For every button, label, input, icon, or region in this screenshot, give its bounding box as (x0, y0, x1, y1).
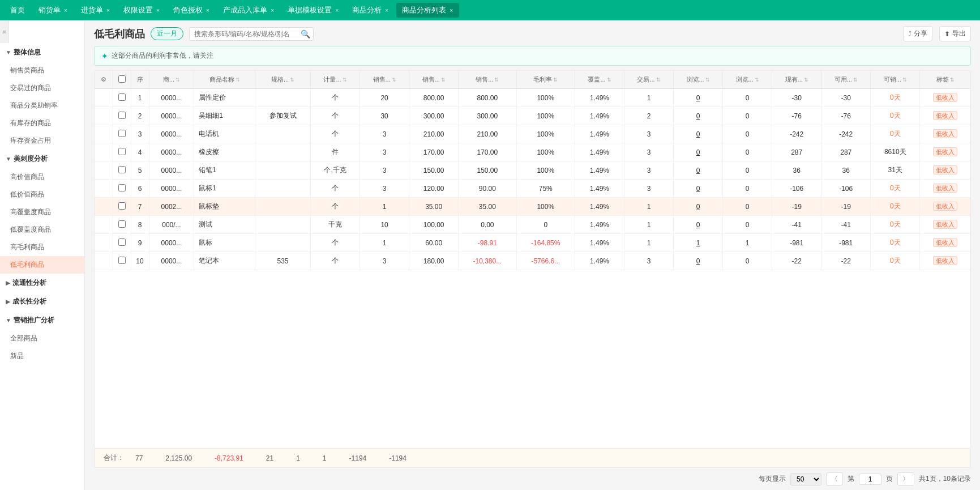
row-checkbox[interactable] (113, 252, 131, 270)
sidebar-group-overall[interactable]: ▼ 整体信息 (0, 43, 84, 62)
nav-home[interactable]: 首页 (5, 3, 31, 18)
row-name[interactable]: 橡皮擦 (194, 143, 255, 161)
col-header-current[interactable]: 现有... ⇅ (772, 71, 821, 89)
sidebar-item-high-margin[interactable]: 高毛利商品 (0, 238, 84, 256)
row-checkbox[interactable] (113, 107, 131, 125)
nav-close-analysis-list[interactable]: × (450, 7, 453, 14)
row-checkbox[interactable] (113, 198, 131, 216)
row-browse1[interactable]: 0 (674, 89, 723, 107)
col-header-tag[interactable]: 标签 ⇅ (920, 71, 970, 89)
search-input[interactable] (189, 27, 314, 41)
row-browse1[interactable]: 0 (674, 216, 723, 234)
sidebar-item-high-value[interactable]: 高价值商品 (0, 168, 84, 186)
col-header-sellable[interactable]: 可销... ⇅ (871, 71, 920, 89)
sidebar-group-beauty[interactable]: ▼ 美刺度分析 (0, 150, 84, 168)
col-header-unit[interactable]: 计量... ⇅ (311, 71, 360, 89)
nav-close-purchase[interactable]: × (106, 7, 110, 14)
row-check-4[interactable] (118, 166, 126, 173)
row-checkbox[interactable] (113, 89, 131, 107)
row-browse1[interactable]: 1 (674, 234, 723, 252)
row-check-6[interactable] (118, 202, 126, 210)
col-header-coverage[interactable]: 覆盖... ⇅ (575, 71, 624, 89)
sidebar-item-new-goods[interactable]: 新品 (0, 347, 84, 365)
sidebar-item-low-coverage[interactable]: 低覆盖度商品 (0, 221, 84, 238)
sidebar-group-marketing[interactable]: ▼ 营销推广分析 (0, 311, 84, 330)
row-name[interactable]: 吴细细1 (194, 107, 255, 125)
export-button[interactable]: ⬆ 导出 (939, 26, 971, 41)
col-header-gross-margin[interactable]: 毛利率 ⇅ (516, 71, 575, 89)
sidebar-item-in-stock[interactable]: 有库存的商品 (0, 114, 84, 132)
row-name[interactable]: 属性定价 (194, 89, 255, 107)
col-header-name[interactable]: 商品名称 ⇅ (194, 71, 255, 89)
search-icon[interactable]: 🔍 (301, 29, 310, 39)
row-check-7[interactable] (118, 220, 126, 228)
row-check-9[interactable] (118, 257, 126, 264)
nav-purchase[interactable]: 进货单 × (75, 3, 115, 18)
nav-close-template[interactable]: × (335, 7, 339, 14)
nav-roles[interactable]: 角色授权 × (168, 3, 215, 18)
sidebar-item-traded-goods[interactable]: 交易过的商品 (0, 79, 84, 97)
col-header-code[interactable]: 商... ⇅ (149, 71, 194, 89)
row-checkbox[interactable] (113, 216, 131, 234)
row-browse1[interactable]: 0 (674, 143, 723, 161)
sidebar-group-flow[interactable]: ▶ 流通性分析 (0, 274, 84, 292)
prev-page-btn[interactable]: 〈 (826, 472, 843, 485)
row-check-8[interactable] (118, 238, 126, 246)
select-all-checkbox[interactable] (118, 75, 126, 83)
row-name[interactable]: 电话机 (194, 125, 255, 143)
nav-close-roles[interactable]: × (206, 7, 209, 14)
row-browse1[interactable]: 0 (674, 180, 723, 198)
next-page-btn[interactable]: 〉 (897, 472, 914, 485)
share-button[interactable]: ⤴ 分享 (903, 26, 932, 41)
filter-button[interactable]: 近一月 (151, 27, 183, 40)
nav-close-analysis[interactable]: × (385, 7, 388, 14)
row-checkbox[interactable] (113, 234, 131, 252)
row-browse1[interactable]: 0 (674, 198, 723, 216)
page-size-select[interactable]: 50 100 200 (790, 473, 821, 485)
row-name[interactable]: 铅笔1 (194, 161, 255, 180)
row-check-0[interactable] (118, 93, 126, 101)
col-header-browse1[interactable]: 浏览... ⇅ (674, 71, 723, 89)
col-header-browse2[interactable]: 浏览... ⇅ (723, 71, 772, 89)
row-check-2[interactable] (118, 130, 126, 137)
row-browse1[interactable]: 0 (674, 252, 723, 270)
sidebar-item-all-goods[interactable]: 全部商品 (0, 330, 84, 347)
settings-col-header[interactable]: ⚙ (95, 71, 113, 89)
col-header-sales-qty[interactable]: 销售... ⇅ (360, 71, 409, 89)
nav-close-permissions[interactable]: × (156, 7, 160, 14)
sidebar-collapse-btn[interactable]: « (0, 20, 9, 43)
nav-close-warehouse[interactable]: × (271, 7, 274, 14)
nav-sales[interactable]: 销货单 × (33, 3, 73, 18)
row-checkbox[interactable] (113, 125, 131, 143)
sidebar-group-growth[interactable]: ▶ 成长性分析 (0, 292, 84, 311)
nav-permissions[interactable]: 权限设置 × (118, 3, 165, 18)
nav-analysis[interactable]: 商品分析 × (346, 3, 394, 18)
row-check-3[interactable] (118, 148, 126, 155)
row-name[interactable]: 鼠标1 (194, 180, 255, 198)
row-checkbox[interactable] (113, 143, 131, 161)
row-check-1[interactable] (118, 112, 126, 119)
col-header-transaction[interactable]: 交易... ⇅ (624, 71, 674, 89)
row-checkbox[interactable] (113, 180, 131, 198)
sidebar-item-stock-capital[interactable]: 库存资金占用 (0, 132, 84, 150)
row-name[interactable]: 测试 (194, 216, 255, 234)
row-browse1[interactable]: 0 (674, 161, 723, 180)
row-browse1[interactable]: 0 (674, 107, 723, 125)
nav-template[interactable]: 单据模板设置 × (282, 3, 344, 18)
col-header-spec[interactable]: 规格... ⇅ (255, 71, 311, 89)
row-name[interactable]: 鼠标 (194, 234, 255, 252)
row-name[interactable]: 鼠标垫 (194, 198, 255, 216)
row-name[interactable]: 笔记本 (194, 252, 255, 270)
row-check-5[interactable] (118, 184, 126, 191)
col-header-sales-price[interactable]: 销售... ⇅ (409, 71, 459, 89)
sidebar-item-category-rate[interactable]: 商品分类助销率 (0, 97, 84, 114)
sidebar-item-sales-goods[interactable]: 销售类商品 (0, 62, 84, 79)
row-browse1[interactable]: 0 (674, 125, 723, 143)
nav-close-sales[interactable]: × (64, 7, 67, 14)
sidebar-item-high-coverage[interactable]: 高覆盖度商品 (0, 203, 84, 221)
row-checkbox[interactable] (113, 161, 131, 180)
sidebar-item-low-value[interactable]: 低价值商品 (0, 186, 84, 203)
col-header-sales-profit[interactable]: 销售... ⇅ (459, 71, 516, 89)
sidebar-item-low-margin[interactable]: 低毛利商品 (0, 256, 84, 274)
col-header-available[interactable]: 可用... ⇅ (821, 71, 871, 89)
